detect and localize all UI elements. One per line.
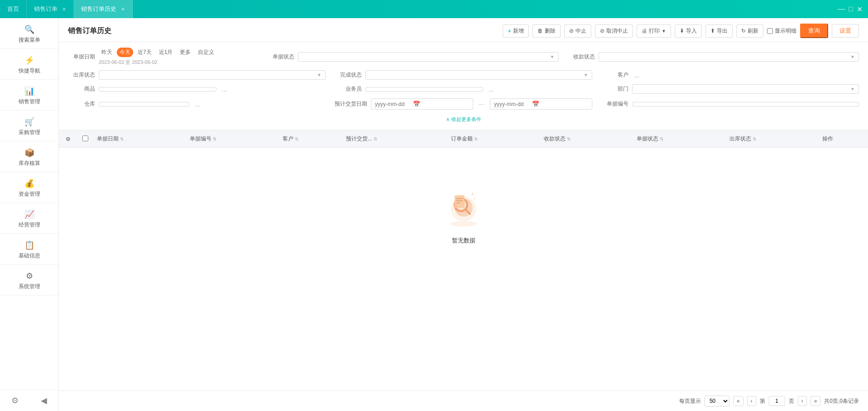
settings-button[interactable]: 设置 — [832, 24, 859, 38]
pay-status-select[interactable]: ▼ — [599, 52, 859, 62]
purchase-icon: 🛒 — [24, 117, 34, 127]
cancel-stop-button[interactable]: ⊘ 取消中止 — [595, 24, 633, 38]
total-text: 共0页,0条记录 — [824, 397, 859, 405]
maximize-btn[interactable]: □ — [849, 5, 853, 13]
import-button[interactable]: ⬇ 导入 — [675, 24, 702, 38]
sidebar-item-basic[interactable]: 📋 基础信息 — [0, 234, 58, 265]
empty-state: ✦ ✦ 暂无数据 — [59, 148, 868, 281]
sidebar-item-inventory[interactable]: 📦 库存核算 — [0, 141, 58, 172]
complete-status-select[interactable]: ▼ — [365, 70, 592, 80]
customer-sort-icon[interactable]: ⇅ — [295, 136, 298, 141]
customer-picker[interactable]: ... — [632, 72, 641, 79]
main-layout: 🔍 搜索菜单 ⚡ 快捷导航 📊 销售管理 🛒 采购管理 📦 库存核算 💰 资金管… — [0, 18, 868, 411]
collapse-sidebar-icon[interactable]: ◀ — [41, 396, 47, 406]
tab-sales-order-history[interactable]: 销售订单历史 ✕ — [74, 0, 133, 18]
add-label: 新增 — [513, 27, 524, 35]
filter-delivery-field: 预计交货日期 📅 — 📅 — [335, 98, 592, 110]
sidebar-item-system[interactable]: ⚙ 系统管理 — [0, 265, 58, 295]
export-button[interactable]: ⬆ 导出 — [705, 24, 733, 38]
close-btn[interactable]: ✕ — [857, 5, 863, 14]
dept-arrow-icon: ▼ — [850, 87, 855, 92]
goods-label: 商品 — [68, 85, 95, 93]
query-button[interactable]: 查询 — [800, 24, 828, 38]
table-settings-icon[interactable]: ⚙ — [66, 136, 71, 142]
th-no[interactable]: 单据编号 ⇅ — [186, 131, 279, 148]
collapse-bar[interactable]: ∧ 收起更多条件 — [68, 114, 859, 125]
out-status-select[interactable]: ▼ — [99, 70, 326, 80]
svg-text:✦: ✦ — [474, 198, 476, 200]
sidebar-item-quicknav[interactable]: ⚡ 快捷导航 — [0, 49, 58, 80]
order-status-select[interactable]: ▼ — [298, 52, 559, 62]
goods-select[interactable] — [99, 87, 216, 92]
date-btn-custom[interactable]: 自定义 — [195, 48, 217, 57]
select-all-checkbox[interactable] — [82, 135, 88, 141]
calendar-start-icon[interactable]: 📅 — [413, 101, 420, 107]
sidebar-bottom: ⚙ ◀ — [0, 390, 58, 411]
delivery-end-field[interactable] — [494, 101, 530, 107]
salesman-select[interactable] — [365, 87, 483, 92]
add-button[interactable]: + 新增 — [503, 24, 529, 38]
th-delivery[interactable]: 预计交货... ⇅ — [342, 131, 447, 148]
display-toggle[interactable]: 显示明细 — [767, 27, 796, 35]
sidebar-item-inventory-label: 库存核算 — [19, 160, 40, 167]
th-date[interactable]: 单据日期 ⇅ — [93, 131, 186, 148]
warehouse-picker[interactable]: ... — [193, 101, 202, 108]
tab-sales-order-close[interactable]: ✕ — [62, 6, 66, 12]
date-btn-1month[interactable]: 近1月 — [156, 48, 176, 57]
display-toggle-checkbox[interactable] — [767, 28, 773, 34]
sidebar-item-search[interactable]: 🔍 搜索菜单 — [0, 18, 58, 49]
pay-status-label: 收款状态 — [568, 53, 595, 61]
amount-sort-icon[interactable]: ⇅ — [474, 136, 478, 141]
sidebar-item-purchase[interactable]: 🛒 采购管理 — [0, 111, 58, 141]
filter-orderno-field: 单据编号 — [601, 100, 859, 108]
page-size-select[interactable]: 50 10 20 100 — [705, 396, 729, 406]
no-sort-icon[interactable]: ⇅ — [213, 136, 216, 141]
date-sort-icon[interactable]: ⇅ — [120, 136, 124, 141]
th-settings[interactable]: ⚙ — [59, 131, 77, 148]
order-status-sort-icon[interactable]: ⇅ — [660, 136, 663, 141]
tab-sales-order-history-close[interactable]: ✕ — [121, 6, 125, 12]
th-order-status[interactable]: 单据状态 ⇅ — [633, 131, 726, 148]
salesman-picker[interactable]: ... — [487, 86, 496, 93]
warehouse-select[interactable] — [99, 102, 189, 106]
pay-status-sort-icon[interactable]: ⇅ — [567, 136, 571, 141]
th-checkbox[interactable] — [77, 131, 93, 148]
date-btn-yesterday[interactable]: 昨天 — [99, 48, 115, 57]
settings-bottom-icon[interactable]: ⚙ — [11, 396, 19, 406]
refresh-button[interactable]: ↻ 刷新 — [736, 24, 763, 38]
date-btn-more[interactable]: 更多 — [177, 48, 193, 57]
th-order-status-label: 单据状态 — [637, 135, 658, 142]
tab-sales-order[interactable]: 销售订单 ✕ — [27, 0, 74, 18]
order-no-input[interactable] — [632, 102, 859, 106]
delete-button[interactable]: 🗑 删除 — [532, 24, 561, 38]
next-page-btn[interactable]: › — [798, 396, 807, 406]
prev-page-btn[interactable]: ‹ — [747, 396, 756, 406]
calendar-end-icon[interactable]: 📅 — [532, 101, 539, 107]
tab-home[interactable]: 首页 — [0, 0, 27, 18]
print-button[interactable]: 🖨 打印 ▼ — [637, 24, 671, 38]
th-pay-status[interactable]: 收款状态 ⇅ — [540, 131, 633, 148]
th-out-status[interactable]: 出库状态 ⇅ — [726, 131, 819, 148]
date-btn-today[interactable]: 今天 — [117, 48, 133, 57]
th-customer[interactable]: 客户 ⇅ — [279, 131, 342, 148]
stop-button[interactable]: ⊘ 中止 — [564, 24, 591, 38]
sidebar-item-operations[interactable]: 📈 经营管理 — [0, 203, 58, 234]
delivery-sort-icon[interactable]: ⇅ — [374, 136, 377, 141]
tab-home-label: 首页 — [7, 5, 19, 13]
goods-picker[interactable]: ... — [220, 86, 229, 93]
sidebar-item-sales[interactable]: 📊 销售管理 — [0, 80, 58, 111]
page-number-input[interactable] — [769, 396, 785, 406]
first-page-btn[interactable]: « — [733, 396, 743, 406]
delivery-date-start-input[interactable]: 📅 — [371, 98, 473, 110]
minimize-btn[interactable]: — — [838, 5, 845, 13]
sidebar-item-finance[interactable]: 💰 资金管理 — [0, 172, 58, 203]
out-status-sort-icon[interactable]: ⇅ — [753, 136, 756, 141]
delivery-date-end-input[interactable]: 📅 — [490, 98, 592, 110]
dept-select[interactable]: ▼ — [632, 84, 859, 94]
filter-pay-status-field: 收款状态 ▼ — [568, 52, 859, 62]
th-amount[interactable]: 订单金额 ⇅ — [447, 131, 540, 148]
date-btn-7days[interactable]: 近7天 — [135, 48, 154, 57]
delivery-start-field[interactable] — [375, 101, 411, 107]
last-page-btn[interactable]: » — [810, 396, 821, 406]
table-wrapper: ⚙ 单据日期 ⇅ 单据编号 ⇅ — [59, 131, 868, 391]
